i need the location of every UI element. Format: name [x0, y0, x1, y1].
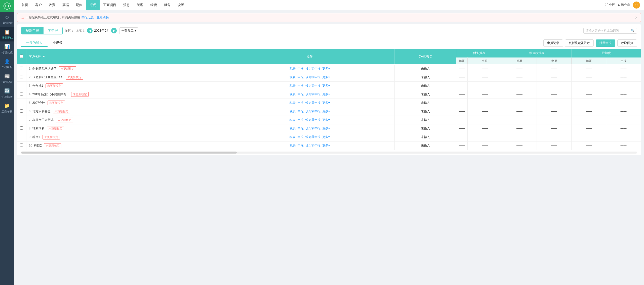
op-declare-9[interactable]: 申报 — [298, 144, 304, 147]
op-more-0[interactable]: 更多▾ — [322, 67, 330, 70]
notice-close-button[interactable]: ✕ — [635, 16, 638, 20]
notice-link-summary[interactable]: 申报汇总 — [82, 15, 94, 20]
op-declare-1[interactable]: 申报 — [298, 75, 304, 79]
nav-invoice[interactable]: 票据 — [59, 0, 72, 10]
op-zero-declare-6[interactable]: 设为零申报 — [305, 118, 320, 122]
op-zero-declare-9[interactable]: 设为零申报 — [305, 144, 320, 147]
op-declare-3[interactable]: 申报 — [298, 92, 304, 96]
op-tax-table-3[interactable]: 税表 — [290, 92, 296, 96]
sidebar-item-settlement[interactable]: 🔄 汇算清缴 — [0, 86, 14, 101]
op-more-3[interactable]: 更多▾ — [322, 92, 330, 96]
op-tax-table-2[interactable]: 税表 — [290, 84, 296, 87]
nav-management[interactable]: 管理 — [133, 0, 147, 10]
row-checkbox-5[interactable] — [20, 109, 23, 113]
tab-small-scale[interactable]: 小规模 — [48, 39, 67, 47]
user-avatar[interactable]: U — [633, 2, 640, 9]
op-more-1[interactable]: 更多▾ — [322, 75, 330, 79]
select-all-checkbox[interactable] — [20, 55, 23, 58]
row-checkbox-3[interactable] — [20, 92, 23, 96]
upgrade-button[interactable]: ▶ 畅会员 — [618, 3, 630, 7]
table-row: 5 2007会计 未更新核定 税表 申报 设为零申报 更多▾ 未输入 —— ——… — [17, 99, 641, 107]
sidebar-item-tax-records[interactable]: 📰 报税记录 — [0, 71, 14, 86]
op-zero-declare-5[interactable]: 设为零申报 — [305, 110, 320, 113]
sort-icon[interactable]: ▼ — [43, 55, 46, 58]
nav-operations[interactable]: 经营 — [147, 0, 160, 10]
op-zero-declare-4[interactable]: 设为零申报 — [305, 101, 320, 105]
op-more-9[interactable]: 更多▾ — [322, 144, 330, 147]
op-declare-0[interactable]: 申报 — [298, 67, 304, 70]
tab-zero-declare[interactable]: 零申报 — [44, 27, 62, 34]
op-more-8[interactable]: 更多▾ — [322, 135, 330, 139]
op-more-4[interactable]: 更多▾ — [322, 101, 330, 105]
op-more-6[interactable]: 更多▾ — [322, 118, 330, 122]
row-checkbox-9[interactable] — [20, 144, 23, 147]
op-more-5[interactable]: 更多▾ — [322, 110, 330, 113]
row-checkbox-8[interactable] — [20, 135, 23, 138]
op-tax-table-4[interactable]: 税表 — [290, 101, 296, 105]
row-checkbox-2[interactable] — [20, 84, 23, 87]
op-declare-7[interactable]: 申报 — [298, 127, 304, 130]
date-next-button[interactable]: ▶ — [111, 28, 117, 33]
update-config-button[interactable]: 更新统定及取数 — [565, 39, 594, 47]
notice-link-buy[interactable]: 立即购买 — [97, 15, 109, 20]
op-tax-table-6[interactable]: 税表 — [290, 118, 296, 122]
row-checkbox-0[interactable] — [20, 67, 23, 70]
op-declare-2[interactable]: 申报 — [298, 84, 304, 87]
nav-billing[interactable]: 收费 — [45, 0, 59, 10]
sidebar-item-batch-tax[interactable]: 📋 批量报税 — [0, 27, 14, 42]
op-zero-declare-7[interactable]: 设为零申报 — [305, 127, 320, 130]
sidebar-item-personal-tax[interactable]: 👤 个税申报 — [0, 56, 14, 71]
fill3-6: —— — [572, 116, 606, 124]
row-checkbox-7[interactable] — [20, 126, 23, 130]
status-badge-6: 未更新核定 — [56, 118, 73, 122]
op-zero-declare-3[interactable]: 设为零申报 — [305, 92, 320, 96]
nav-settings[interactable]: 设置 — [174, 0, 188, 10]
op-zero-declare-8[interactable]: 设为零申报 — [305, 135, 320, 139]
op-more-7[interactable]: 更多▾ — [322, 127, 330, 130]
search-input[interactable] — [586, 29, 631, 32]
row-name-5: 地方水利基金 — [32, 110, 51, 113]
op-tax-table-9[interactable]: 税表 — [290, 144, 296, 147]
tab-general-taxpayer[interactable]: 一般的税人 — [21, 39, 48, 47]
fill2-0: —— — [502, 64, 537, 73]
op-tax-table-1[interactable]: 税表 — [290, 75, 296, 79]
op-tax-table-8[interactable]: 税表 — [290, 135, 296, 139]
nav-tax[interactable]: 报税 — [86, 0, 100, 10]
nav-client[interactable]: 客户 — [32, 0, 45, 10]
search-icon[interactable]: 🔍 — [631, 29, 635, 32]
nav-messages[interactable]: 消息 — [120, 0, 133, 10]
op-tax-table-7[interactable]: 税表 — [290, 127, 296, 130]
tab-tax-declare[interactable]: 税款申报 — [21, 27, 44, 34]
op-more-2[interactable]: 更多▾ — [322, 84, 330, 87]
staff-selector[interactable]: 全部员工 ▾ — [119, 27, 138, 34]
op-tax-table-5[interactable]: 税表 — [290, 110, 296, 113]
declare-record-button[interactable]: 申报记录 — [543, 39, 563, 47]
date-prev-button[interactable]: ◀ — [87, 28, 93, 33]
nav-business[interactable]: 工商项目 — [100, 0, 120, 10]
row-checkbox-6[interactable] — [20, 118, 23, 121]
fullscreen-button[interactable]: ⛶ 全屏 — [605, 3, 615, 7]
retrieve-button[interactable]: 收取回执 — [617, 39, 637, 47]
row-checkbox-1[interactable] — [20, 75, 23, 78]
op-zero-declare-0[interactable]: 设为零申报 — [305, 67, 320, 70]
horizontal-scrollbar[interactable] — [21, 152, 637, 154]
nav-service[interactable]: 服务 — [160, 0, 174, 10]
op-declare-8[interactable]: 申报 — [298, 135, 304, 139]
nav-home[interactable]: 首页 — [18, 0, 32, 10]
app-logo[interactable] — [0, 0, 14, 12]
taxpayer-type-tabs: 一般的税人 小规模 — [21, 39, 67, 47]
nav-bookkeeping[interactable]: 记账 — [72, 0, 86, 10]
op-declare-4[interactable]: 申报 — [298, 101, 304, 105]
row-checkbox-4[interactable] — [20, 101, 23, 104]
batch-declare-button[interactable]: 批量申报 — [596, 39, 615, 47]
sidebar-item-tax-overview[interactable]: 📊 报税总览 — [0, 41, 14, 56]
info-icon[interactable]: ℹ — [83, 29, 85, 32]
op-declare-6[interactable]: 申报 — [298, 118, 304, 122]
sidebar-item-tax-settings[interactable]: ⚙ 报税设置 — [0, 12, 14, 27]
sidebar-item-annual-report[interactable]: 📁 工商年报 — [0, 101, 14, 115]
op-declare-5[interactable]: 申报 — [298, 110, 304, 113]
op-zero-declare-1[interactable]: 设为零申报 — [305, 75, 320, 79]
op-tax-table-0[interactable]: 税表 — [290, 67, 296, 70]
scrollbar-thumb[interactable] — [21, 152, 237, 154]
op-zero-declare-2[interactable]: 设为零申报 — [305, 84, 320, 87]
